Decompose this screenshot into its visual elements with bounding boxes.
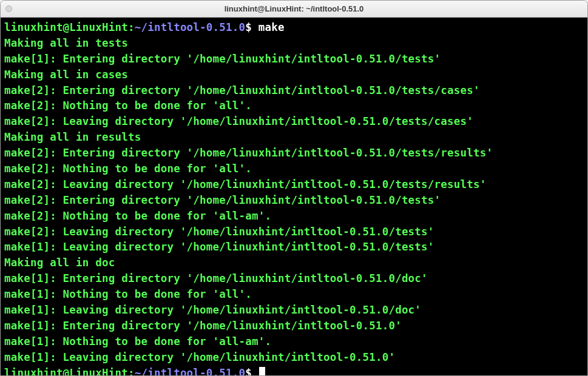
- prompt-separator: :: [128, 21, 135, 33]
- output-line: make[1]: Leaving directory '/home/linuxh…: [4, 241, 434, 253]
- prompt-symbol: $: [245, 21, 252, 33]
- prompt-path: ~/intltool-0.51.0: [135, 367, 246, 375]
- output-line: make[2]: Entering directory '/home/linux…: [4, 194, 441, 206]
- output-line: Making all in results: [4, 131, 141, 143]
- output-line: make[1]: Entering directory '/home/linux…: [4, 53, 441, 65]
- window-title: linuxhint@LinuxHint: ~/intltool-0.51.0: [1, 4, 587, 13]
- output-line: Making all in doc: [4, 257, 115, 269]
- terminal-window: linuxhint@LinuxHint: ~/intltool-0.51.0 l…: [0, 0, 588, 376]
- prompt-path: ~/intltool-0.51.0: [135, 21, 246, 33]
- window-control-dot[interactable]: [5, 5, 12, 12]
- output-line: make[1]: Nothing to be done for 'all'.: [4, 288, 252, 300]
- command-text: make: [259, 21, 285, 33]
- prompt-user-host: linuxhint@LinuxHint: [4, 367, 128, 375]
- output-line: make[1]: Leaving directory '/home/linuxh…: [4, 351, 395, 363]
- output-line: make[1]: Entering directory '/home/linux…: [4, 320, 402, 332]
- prompt-line-2: linuxhint@LinuxHint:~/intltool-0.51.0$: [4, 367, 265, 375]
- prompt-user-host: linuxhint@LinuxHint: [4, 21, 128, 33]
- output-line: make[1]: Leaving directory '/home/linuxh…: [4, 304, 421, 316]
- output-line: make[2]: Nothing to be done for 'all'.: [4, 163, 252, 175]
- prompt-line-1: linuxhint@LinuxHint:~/intltool-0.51.0$ m…: [4, 21, 285, 33]
- output-line: make[2]: Leaving directory '/home/linuxh…: [4, 178, 486, 190]
- cursor: [259, 367, 265, 375]
- output-line: make[1]: Entering directory '/home/linux…: [4, 272, 428, 284]
- output-line: make[2]: Entering directory '/home/linux…: [4, 147, 493, 159]
- output-line: make[2]: Nothing to be done for 'all'.: [4, 99, 252, 112]
- prompt-separator: :: [128, 367, 135, 375]
- output-line: make[2]: Leaving directory '/home/linuxh…: [4, 226, 434, 238]
- output-line: Making all in cases: [4, 69, 128, 81]
- output-line: make[1]: Nothing to be done for 'all-am'…: [4, 335, 271, 347]
- terminal-output-area[interactable]: linuxhint@LinuxHint:~/intltool-0.51.0$ m…: [1, 18, 587, 375]
- output-line: make[2]: Entering directory '/home/linux…: [4, 84, 480, 96]
- title-bar[interactable]: linuxhint@LinuxHint: ~/intltool-0.51.0: [1, 1, 587, 18]
- output-line: make[2]: Nothing to be done for 'all-am'…: [4, 210, 271, 222]
- output-line: Making all in tests: [4, 37, 128, 49]
- prompt-symbol: $: [245, 367, 252, 375]
- output-line: make[2]: Leaving directory '/home/linuxh…: [4, 115, 473, 127]
